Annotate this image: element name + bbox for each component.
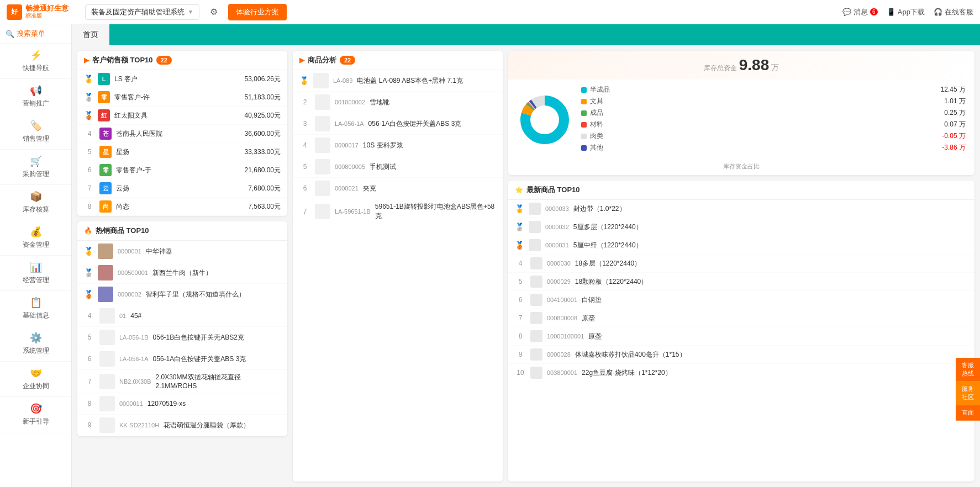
product-row: 6 LA-056-1A 056-1A白色按键开关盖ABS 3克 [77,348,287,370]
sidebar-item-newbie[interactable]: 🎯 新手引导 [0,397,71,432]
new-product-row: 🥇 0000033 封边带（1.0*22） [508,200,974,218]
sidebar-item-finance[interactable]: 💰 资金管理 [0,220,71,256]
new-product-image [529,203,541,215]
table-row: 7 云 云扬 7,680.00元 [77,179,287,198]
top-header: 好 畅捷通好生意 标准版 装备及固定资产辅助管理系统 ▼ ⚙ 体验行业方案 💬 … [0,0,980,24]
app-download-button[interactable]: 📱 App下载 [887,7,925,17]
service-community-button[interactable]: 服务社区 [956,382,980,405]
new-product-row: 5 0000029 18颗粒板（1220*2440） [508,273,974,291]
float-service: 客服热线 服务社区 直面 [956,358,980,421]
sidebar-item-enterprise[interactable]: 🤝 企业协同 [0,362,71,397]
table-row: 🥉 红 红太阳文具 40,925.00元 [77,107,287,125]
legend-item: 半成品 12.45 万 [581,85,966,94]
enterprise-icon: 🤝 [30,367,42,379]
avatar: 零 [98,91,110,103]
inventory-total: 库存总资金 9.88 万 [508,51,974,80]
sidebar-item-system[interactable]: ⚙️ 系统管理 [0,326,71,362]
hotline-button[interactable]: 客服热线 [956,358,980,382]
analysis-row: 3 LA-056-1A 056-1A白色按键开关盖ABS 3克 [293,113,503,135]
inventory-label: 库存核算 [23,205,49,214]
basics-icon: 📋 [30,297,42,309]
product-row: 9 KK-SD22110H 花语萌恒温分腿睡袋（厚款） [77,415,287,436]
new-products-header: ⭐ 最新商品 TOP10 [508,181,974,200]
new-product-row: 9 0000028 体城嘉枚味苏打饮品400毫升（1*15） [508,346,974,364]
app-download-label: App下载 [898,7,925,17]
notification-button[interactable]: 💬 消息 6 [842,7,878,17]
tab-home-label: 首页 [83,30,98,40]
newbie-icon: 🎯 [30,403,42,415]
tab-home[interactable]: 首页 [72,24,109,45]
message-icon: 💬 [842,8,851,16]
hot-products-header: 🔥 热销商品 TOP10 [77,221,287,241]
legend-dot [581,110,587,116]
medal-icon: 🥉 [84,111,93,120]
product-image [313,73,329,88]
table-row: 🥇 L LS 客户 53,006.26元 [77,70,287,88]
chart-footer: 库存资金占比 [508,160,974,175]
search-icon: 🔍 [6,30,14,38]
sidebar: 🔍 搜索菜单 ⚡ 快捷导航 📢 营销推广 🏷️ 销售管理 🛒 采购管理 📦 库存… [0,24,72,487]
legend-dot [581,134,587,139]
top-customers-title: ▶ 客户销售额 TOP10 22 [84,55,172,65]
new-product-image [530,294,542,306]
product-analysis-card: ▶ 商品分析 22 🥇 LA-089 电池盖 LA-089 ABS本色+黑种 7… [293,51,503,481]
analysis-row: 7 LA-59651-1B 59651-1B旋转投影灯电池盒ABS黑色+58克 [293,199,503,224]
analysis-badge: 22 [340,56,355,65]
marketing-label: 营销推广 [23,99,49,108]
new-product-image [530,276,542,288]
new-product-row: 🥈 0000032 5厘多层（1220*2440） [508,218,974,236]
content-area: 首页 ▶ 客户销售额 TOP10 22 [72,24,980,487]
new-product-row: 8 10000100001 原垄 [508,327,974,346]
system-selector[interactable]: 装备及固定资产辅助管理系统 ▼ [85,4,199,20]
brand-name: 畅捷通好生意 [25,4,69,13]
product-row: 🥉 0000002 智利车子里（规格不知道填什么） [77,284,287,305]
new-product-row: 10 003800001 22g鱼豆腐-烧烤味（1*12*20） [508,364,974,382]
settings-button[interactable]: ⚙ [206,4,222,20]
top-customers-header: ▶ 客户销售额 TOP10 22 [77,51,287,70]
search-menu-item[interactable]: 🔍 搜索菜单 [0,24,71,44]
analysis-icon: ▶ [299,56,304,64]
new-product-image [530,348,542,361]
direct-button[interactable]: 直面 [956,405,980,421]
middle-column: ▶ 商品分析 22 🥇 LA-089 电池盖 LA-089 ABS本色+黑种 7… [293,51,503,481]
product-image [315,94,330,110]
system-label: 系统管理 [23,346,49,356]
legend-dot [581,99,587,104]
analysis-row: 6 0000021 夹克 [293,178,503,199]
product-image [315,159,330,174]
table-row: 5 星 星扬 33,333.00元 [77,143,287,161]
table-row: 8 尚 尚态 7,563.00元 [77,198,287,216]
new-products-card: ⭐ 最新商品 TOP10 🥇 0000033 封边带（1.0*22） 🥈 [508,181,974,481]
new-product-row: 🥉 0000031 5厘中纤（1220*2440） [508,236,974,255]
table-row: 🥈 零 零售客户-许 51,183.00元 [77,88,287,107]
sidebar-item-purchase[interactable]: 🛒 采购管理 [0,150,71,185]
product-image [99,374,115,389]
purchase-label: 采购管理 [23,170,49,179]
sidebar-item-quick-nav[interactable]: ⚡ 快捷导航 [0,44,71,79]
new-product-image [530,312,542,324]
sidebar-item-sales[interactable]: 🏷️ 销售管理 [0,114,71,150]
nav-tab-bar: 首页 [72,24,980,45]
system-icon: ⚙️ [30,332,42,344]
analysis-row: 🥇 LA-089 电池盖 LA-089 ABS本色+黑种 7.1克 [293,70,503,92]
left-column: ▶ 客户销售额 TOP10 22 🥇 L LS 客户 53,006.26元 [77,51,287,481]
hot-products-list: 🥇 0000001 中华神器 🥈 000500001 新西兰牛肉（新牛） [77,241,287,436]
medal-icon: 🥈 [84,93,93,102]
new-product-image [529,221,541,233]
brand-logo: 好 畅捷通好生意 标准版 [7,4,78,20]
sidebar-item-operations[interactable]: 📊 经营管理 [0,256,71,291]
purchase-icon: 🛒 [30,155,42,167]
avatar: 红 [98,109,110,121]
product-analysis-header: ▶ 商品分析 22 [293,51,503,70]
online-service-button[interactable]: 🎧 在线客服 [934,7,973,17]
inventory-card: 库存总资金 9.88 万 [508,51,974,175]
sidebar-item-marketing[interactable]: 📢 营销推广 [0,79,71,114]
sidebar-item-inventory[interactable]: 📦 库存核算 [0,185,71,220]
main-layout: 🔍 搜索菜单 ⚡ 快捷导航 📢 营销推广 🏷️ 销售管理 🛒 采购管理 📦 库存… [0,24,980,487]
product-row: 🥈 000500001 新西兰牛肉（新牛） [77,262,287,284]
sidebar-item-basics[interactable]: 📋 基础信息 [0,291,71,326]
trial-button[interactable]: 体验行业方案 [228,4,287,20]
product-analysis-list: 🥇 LA-089 电池盖 LA-089 ABS本色+黑种 7.1克 2 0010… [293,70,503,224]
right-column: 库存总资金 9.88 万 [508,51,974,481]
product-image [99,330,115,345]
